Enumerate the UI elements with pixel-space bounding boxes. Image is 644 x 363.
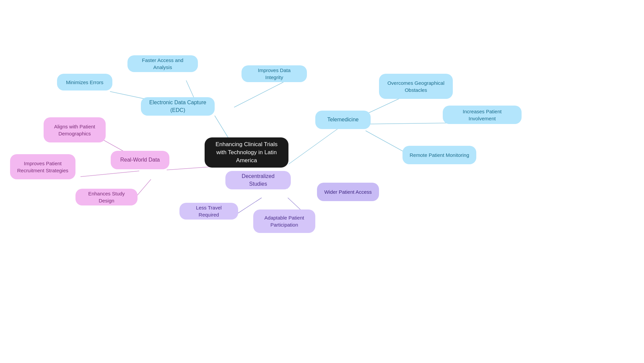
edc-node: Electronic Data Capture (EDC) bbox=[141, 97, 215, 116]
real-world-data-node: Real-World Data bbox=[111, 151, 169, 169]
wider-access-node: Wider Patient Access bbox=[317, 183, 379, 201]
enhances-study-node: Enhances Study Design bbox=[75, 189, 138, 205]
faster-node: Faster Access and Analysis bbox=[127, 55, 198, 72]
svg-line-6 bbox=[367, 123, 449, 124]
decentralized-studies-node: Decentralized Studies bbox=[225, 171, 291, 189]
data-integrity-node: Improves Data Integrity bbox=[241, 65, 307, 82]
minimizes-node: Minimizes Errors bbox=[57, 74, 112, 90]
remote-monitoring-node: Remote Patient Monitoring bbox=[402, 146, 476, 164]
telemedicine-node: Telemedicine bbox=[315, 111, 371, 129]
patient-involvement-node: Increases Patient Involvement bbox=[443, 106, 522, 124]
aligns-node: Aligns with Patient Demographics bbox=[44, 117, 106, 142]
improves-recruitment-node: Improves Patient Recruitment Strategies bbox=[10, 154, 75, 179]
geo-obstacles-node: Overcomes Geographical Obstacles bbox=[379, 74, 453, 99]
svg-line-3 bbox=[234, 82, 283, 107]
adaptable-participation-node: Adaptable Patient Participation bbox=[253, 209, 315, 233]
less-travel-node: Less Travel Required bbox=[179, 203, 238, 220]
svg-line-4 bbox=[288, 128, 339, 164]
svg-line-11 bbox=[135, 179, 151, 198]
svg-line-10 bbox=[80, 171, 139, 177]
center-node: Enhancing Clinical Trials with Technolog… bbox=[205, 137, 288, 168]
